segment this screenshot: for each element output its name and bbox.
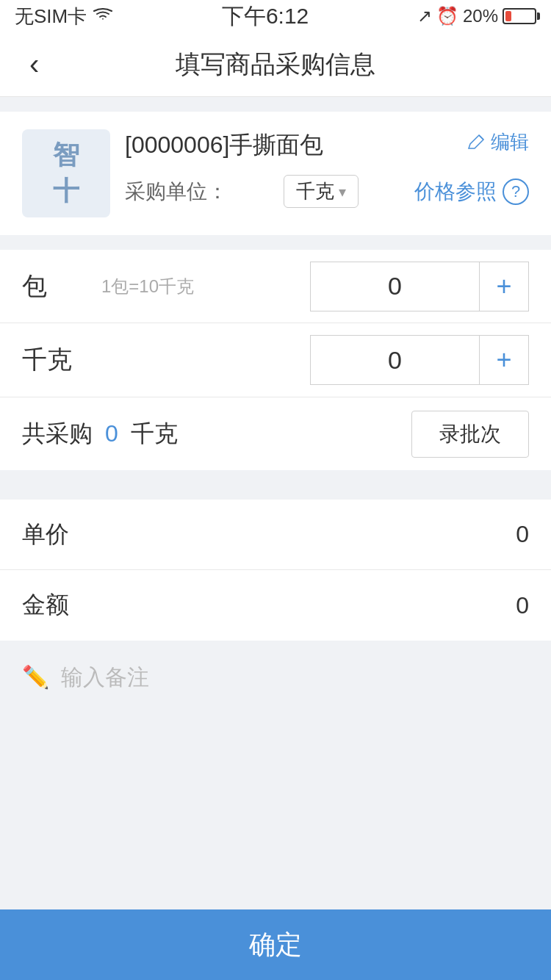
remarks-section[interactable]: ✏️ 输入备注 [0,642,551,936]
kg-quantity-input[interactable] [310,335,479,385]
chevron-down-icon: ▾ [339,183,346,201]
batch-button[interactable]: 录批次 [411,411,529,458]
product-info: [0000006]手撕面包 编辑 采购单位： 千克 ▾ 价格参照 ? [125,129,529,208]
kg-label: 千克 [22,343,96,377]
unit-row: 采购单位： 千克 ▾ 价格参照 ? [125,175,529,208]
pencil-icon: ✏️ [22,664,49,690]
nav-bar: ‹ 填写商品采购信息 [0,32,551,97]
pack-plus-button[interactable]: + [479,262,529,311]
pack-input-row: 包 1包=10千克 + [0,250,551,323]
kg-plus-button[interactable]: + [479,335,529,385]
unit-value: 千克 [296,179,334,204]
price-section: 单价 0 金额 0 [0,500,551,641]
pack-label: 包 [22,270,96,303]
status-left: 无SIM卡 [15,4,113,29]
pack-input-right: + [310,262,529,311]
confirm-button[interactable]: 确定 [0,909,551,980]
carrier-text: 无SIM卡 [15,4,87,29]
total-value: 0 [105,420,118,447]
unit-price-value: 0 [516,521,529,548]
product-name-row: [0000006]手撕面包 编辑 [125,129,529,162]
unit-price-row: 单价 0 [0,500,551,570]
amount-row: 金额 0 [0,570,551,641]
battery-icon [503,8,536,24]
price-ref-button[interactable]: 价格参照 ? [414,178,529,206]
confirm-label: 确定 [249,927,302,963]
total-text: 共采购 0 千克 [22,418,178,450]
pack-quantity-input[interactable] [310,262,479,311]
alarm-icon: ⏰ [436,6,458,26]
kg-input-right: + [310,335,529,385]
help-icon[interactable]: ? [503,179,529,205]
product-card: 智 十 [0000006]手撕面包 编辑 采购单位： 千克 ▾ 价格参照 ? [0,112,551,235]
unit-label: 采购单位： [125,178,228,206]
edit-button[interactable]: 编辑 [466,129,529,155]
total-row: 共采购 0 千克 录批次 [0,397,551,470]
product-logo: 智 十 [53,137,79,209]
status-time: 下午6:12 [222,1,309,32]
battery-percent: 20% [463,6,498,26]
unit-price-label: 单价 [22,519,69,551]
location-icon: ↗ [417,6,432,26]
amount-value: 0 [516,592,529,619]
kg-input-row: 千克 + [0,323,551,397]
page-title: 填写商品采购信息 [176,48,375,82]
back-button[interactable]: ‹ [22,40,46,88]
pack-hint: 1包=10千克 [101,275,194,298]
quantity-section: 包 1包=10千克 + 千克 + [0,250,551,397]
status-bar: 无SIM卡 下午6:12 ↗ ⏰ 20% [0,0,551,32]
wifi-icon [93,5,113,28]
remarks-placeholder: 输入备注 [61,663,149,693]
product-image: 智 十 [22,129,110,217]
section-divider-2 [0,470,551,485]
section-divider-1 [0,235,551,250]
edit-icon [466,132,486,153]
price-ref-label: 价格参照 [414,178,497,206]
amount-label: 金额 [22,589,69,621]
unit-select[interactable]: 千克 ▾ [284,175,359,208]
product-name: [0000006]手撕面包 [125,129,323,162]
status-right: ↗ ⏰ 20% [417,6,536,26]
